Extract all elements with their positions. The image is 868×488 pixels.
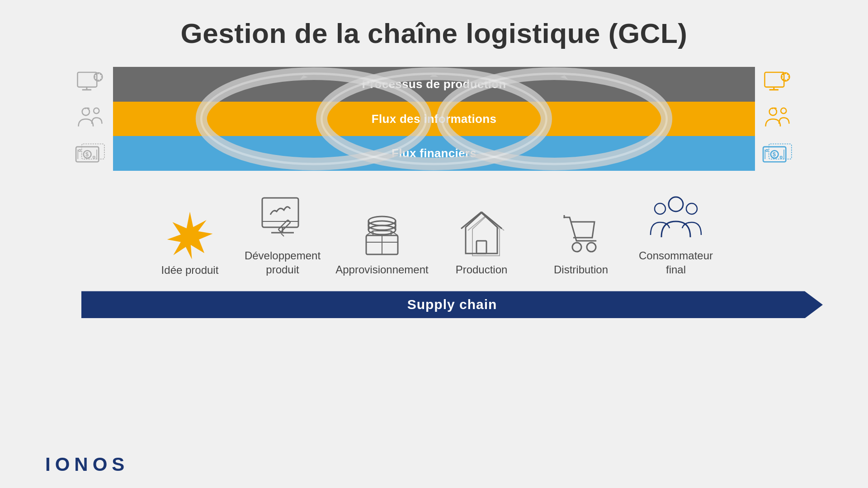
- svg-point-79: [572, 243, 581, 252]
- svg-line-10: [100, 74, 101, 75]
- svg-line-78: [486, 216, 504, 230]
- approvisionnement-icon: [357, 208, 407, 258]
- svg-rect-53: [780, 156, 782, 158]
- band-finance-label: Flux financiers: [392, 146, 476, 160]
- svg-point-46: [781, 108, 786, 113]
- svg-text:$: $: [85, 151, 89, 157]
- right-icons: $: [760, 67, 796, 171]
- band-info-label: Flux des informations: [372, 112, 496, 126]
- left-people-icon: [75, 105, 106, 133]
- developpement-item: Développementproduit: [233, 194, 332, 277]
- star-icon: [165, 210, 215, 259]
- supply-chain-arrow-row: Supply chain: [81, 291, 823, 318]
- page-title: Gestion de la chaîne logistique (GCL): [0, 0, 868, 49]
- supply-chain-section: Idée produit Développementproduit: [45, 194, 823, 443]
- svg-line-41: [783, 74, 783, 75]
- left-icons: $: [72, 67, 108, 171]
- idee-produit-item: Idée produit: [151, 210, 228, 277]
- bands-container: Processus de production Flux des informa…: [113, 67, 755, 171]
- svg-point-84: [686, 203, 697, 214]
- production-item: Production: [432, 208, 531, 277]
- consumer-icon: [649, 194, 703, 244]
- band-production-label: Processus de production: [362, 77, 506, 91]
- chain-icons-row: Idée produit Développementproduit: [45, 194, 823, 282]
- distribution-label: Distribution: [554, 263, 608, 277]
- svg-line-43: [787, 74, 788, 75]
- svg-point-45: [769, 108, 777, 115]
- right-settings-icon: [762, 70, 793, 98]
- svg-rect-0: [77, 72, 97, 87]
- svg-line-8: [95, 74, 96, 75]
- band-finance: Flux financiers: [113, 136, 755, 171]
- flow-diagram: $ Processus de production Flux des infor…: [72, 67, 796, 171]
- right-money-icon: $: [762, 140, 793, 168]
- svg-text:$: $: [773, 151, 776, 157]
- approvisionnement-item: Approvisionnement: [332, 208, 432, 277]
- svg-line-9: [100, 79, 101, 80]
- consumer-label: Consommateurfinal: [639, 249, 713, 277]
- svg-line-44: [783, 79, 783, 80]
- developpement-label: Développementproduit: [245, 249, 321, 277]
- svg-point-80: [587, 243, 596, 252]
- svg-line-61: [281, 234, 284, 236]
- distribution-item: Distribution: [531, 208, 631, 277]
- consumer-item: Consommateurfinal: [635, 194, 717, 277]
- production-label: Production: [456, 263, 508, 277]
- svg-rect-52: [766, 150, 768, 151]
- band-info: Flux des informations: [113, 102, 755, 136]
- supply-chain-label: Supply chain: [407, 297, 497, 312]
- svg-point-83: [655, 203, 665, 214]
- left-money-icon: $: [75, 140, 106, 168]
- approvisionnement-label: Approvisionnement: [335, 263, 428, 277]
- band-production: Processus de production: [113, 67, 755, 102]
- svg-marker-55: [167, 212, 213, 259]
- svg-point-82: [669, 197, 683, 211]
- ionos-logo: IONOS: [45, 454, 129, 475]
- svg-line-42: [787, 79, 788, 80]
- svg-rect-56: [262, 198, 298, 227]
- svg-line-11: [95, 79, 96, 80]
- svg-point-12: [82, 108, 90, 115]
- svg-point-13: [94, 108, 99, 113]
- distribution-icon: [556, 208, 606, 258]
- developpement-icon: [258, 194, 307, 244]
- svg-rect-33: [764, 72, 784, 87]
- svg-line-73: [461, 212, 481, 229]
- idee-produit-label: Idée produit: [161, 264, 219, 277]
- right-people-icon: [762, 105, 793, 133]
- svg-rect-75: [476, 241, 486, 253]
- supply-chain-arrow: Supply chain: [81, 291, 823, 318]
- production-icon: [457, 208, 506, 258]
- left-settings-icon: [75, 70, 106, 98]
